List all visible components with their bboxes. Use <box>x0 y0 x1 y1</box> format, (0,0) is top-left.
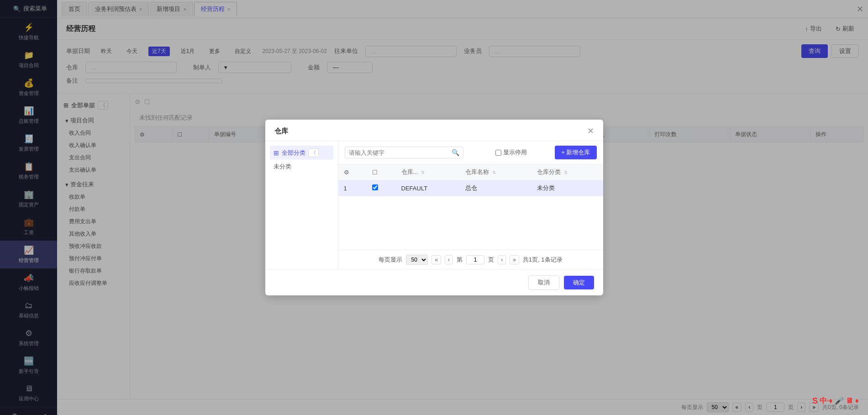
modal-total-info: 共1页, 1条记录 <box>523 256 563 264</box>
modal-col-checkbox: ☐ <box>367 164 396 180</box>
modal-page-label-pre: 第 <box>457 256 463 264</box>
modal-table-wrap: ⚙ ☐ 仓库... ⇅ 仓库名称 ⇅ 仓库分类 ⇅ 1 DEF <box>338 164 603 250</box>
warehouse-modal: 仓库 ✕ ⊞ 全部分类 《 未分类 <box>265 120 603 295</box>
row-category: 未分类 <box>531 180 603 196</box>
modal-search-box[interactable]: 🔍 <box>345 147 463 158</box>
modal-title: 仓库 <box>274 127 288 136</box>
row-settings: 1 <box>338 180 367 196</box>
modal-page-label: 页 <box>488 256 494 264</box>
modal-col-settings: ⚙ <box>338 164 367 180</box>
modal-col-code: 仓库... ⇅ <box>396 164 460 180</box>
modal-toolbar: 🔍 显示停用 + 新增仓库 <box>338 141 603 164</box>
modal-header: 仓库 ✕ <box>265 120 603 141</box>
modal-footer: 取消 确定 <box>265 269 603 295</box>
modal-body: ⊞ 全部分类 《 未分类 🔍 <box>265 141 603 269</box>
show-disabled-label: 显示停用 <box>503 148 527 157</box>
modal-close-button[interactable]: ✕ <box>587 126 594 136</box>
modal-last-page-btn[interactable]: » <box>510 255 519 264</box>
row-code: DEFAULT <box>396 180 460 196</box>
tree-item-all[interactable]: ⊞ 全部分类 《 <box>270 146 333 160</box>
modal-prev-page-btn[interactable]: ‹ <box>445 255 453 264</box>
tree-grid-icon: ⊞ <box>274 149 279 157</box>
modal-col-category: 仓库分类 ⇅ <box>531 164 603 180</box>
tree-collapse-button[interactable]: 《 <box>308 148 319 157</box>
modal-tree: ⊞ 全部分类 《 未分类 <box>265 141 338 269</box>
row-name: 总仓 <box>460 180 531 196</box>
modal-next-page-btn[interactable]: › <box>498 255 506 264</box>
add-warehouse-button[interactable]: + 新增仓库 <box>555 146 596 159</box>
watermark: S 中·♦ 🎤 🖥 ♦ <box>812 396 859 406</box>
confirm-button[interactable]: 确定 <box>564 276 594 289</box>
warehouse-row-1[interactable]: 1 DEFAULT 总仓 未分类 <box>338 180 603 196</box>
modal-pagination: 每页显示 50 « ‹ 第 页 › » 共1页, 1条记录 <box>338 250 603 269</box>
modal-first-page-btn[interactable]: « <box>431 255 441 264</box>
modal-col-name: 仓库名称 ⇅ <box>460 164 531 180</box>
modal-overlay[interactable]: 仓库 ✕ ⊞ 全部分类 《 未分类 <box>0 0 868 415</box>
disabled-checkbox-input[interactable] <box>495 150 501 156</box>
modal-right-content: 🔍 显示停用 + 新增仓库 ⚙ ☐ <box>338 141 603 269</box>
search-icon: 🔍 <box>452 149 459 156</box>
cancel-button[interactable]: 取消 <box>528 275 559 290</box>
modal-per-page-label: 每页显示 <box>379 256 402 264</box>
uncategorized-label: 未分类 <box>274 163 291 171</box>
tree-item-uncategorized[interactable]: 未分类 <box>270 160 333 173</box>
tree-scroll[interactable] <box>270 173 333 265</box>
modal-table-header-row: ⚙ ☐ 仓库... ⇅ 仓库名称 ⇅ 仓库分类 ⇅ <box>338 164 603 180</box>
modal-page-input[interactable] <box>466 255 484 264</box>
modal-per-page-select[interactable]: 50 <box>406 255 428 265</box>
modal-search-input[interactable] <box>349 149 449 156</box>
show-disabled-checkbox[interactable]: 显示停用 <box>495 148 527 157</box>
tree-all-label: 全部分类 <box>282 149 305 157</box>
modal-table: ⚙ ☐ 仓库... ⇅ 仓库名称 ⇅ 仓库分类 ⇅ 1 DEF <box>338 164 603 196</box>
row-checkbox[interactable] <box>367 180 396 196</box>
